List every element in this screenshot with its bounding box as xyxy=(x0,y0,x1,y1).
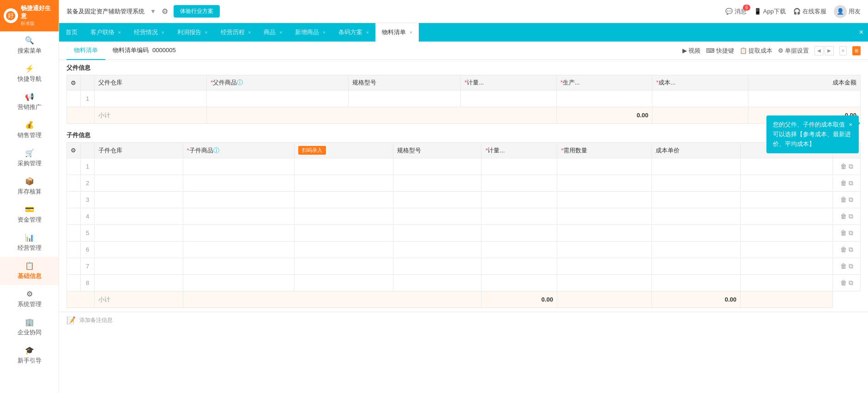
logo-icon: 好 xyxy=(4,8,18,23)
system-title: 装备及固定资产辅助管理系统 xyxy=(66,7,145,16)
expand-btn[interactable]: ⊞ xyxy=(852,46,861,55)
child-row1-warehouse[interactable] xyxy=(95,158,183,175)
app-download-action[interactable]: 📱 App下载 xyxy=(754,7,786,16)
child-row1-amount xyxy=(741,158,833,175)
sales-icon: 💰 xyxy=(25,121,34,129)
sidebar-item-operations[interactable]: 📊 经营管理 xyxy=(0,229,59,257)
child-row2-unit[interactable] xyxy=(482,175,557,192)
shortcut-action[interactable]: ⌨ 快捷键 xyxy=(706,47,734,55)
parent-row1-cost[interactable] xyxy=(652,91,748,107)
close-icon[interactable]: × xyxy=(162,30,164,35)
copy-icon[interactable]: ⧉ xyxy=(849,246,853,254)
child-row1-qty[interactable] xyxy=(557,158,652,175)
message-action[interactable]: 💬 消息 6 xyxy=(725,7,747,16)
next-arrow[interactable]: ▶ xyxy=(825,46,834,55)
parent-row1-unit[interactable] xyxy=(461,91,557,107)
child-row2-qty[interactable] xyxy=(557,175,652,192)
quicknav-icon: ⚡ xyxy=(25,64,34,73)
dropdown-arrow[interactable]: ▼ xyxy=(150,8,156,15)
child-row2-unit-cost[interactable] xyxy=(652,175,741,192)
sidebar-item-quicknav[interactable]: ⚡ 快捷导航 xyxy=(0,60,59,88)
guide-icon: 🎓 xyxy=(25,346,34,355)
copy-icon[interactable]: ⧉ xyxy=(849,279,853,287)
tab-operations[interactable]: 经营情况 × xyxy=(127,23,171,42)
video-action[interactable]: ▶ 视频 xyxy=(682,47,700,55)
tab-barcode[interactable]: 条码方案 × xyxy=(332,23,375,42)
copy-icon[interactable]: ⧉ xyxy=(849,229,853,237)
copy-icon[interactable]: ⧉ xyxy=(849,262,853,270)
tab-bom[interactable]: 物料清单 × xyxy=(375,23,419,42)
sidebar-item-purchase[interactable]: 🛒 采购管理 xyxy=(0,144,59,172)
delete-icon[interactable]: 🗑 xyxy=(840,246,847,254)
tab-product[interactable]: 商品 × xyxy=(257,23,289,42)
close-icon[interactable]: × xyxy=(205,30,208,35)
close-icon[interactable]: × xyxy=(410,30,412,35)
system-icon: ⚙ xyxy=(26,290,33,298)
sidebar-logo: 好 畅捷通好生意 标准版 xyxy=(0,0,59,31)
child-col-unit: *计量... xyxy=(482,143,557,158)
sidebar-item-guide[interactable]: 🎓 新手引导 xyxy=(0,341,59,369)
settings-icon[interactable]: ⚙ xyxy=(162,7,168,16)
delete-icon[interactable]: 🗑 xyxy=(840,212,847,220)
child-row-4: 4 🗑⧉ xyxy=(67,208,861,225)
child-row-8: 8 🗑⧉ xyxy=(67,275,861,291)
doc-settings-action[interactable]: ⚙ 单据设置 xyxy=(778,47,809,55)
copy-icon[interactable]: ⧉ xyxy=(849,212,853,220)
tab-profit[interactable]: 利润报告 × xyxy=(171,23,214,42)
child-col-scan[interactable]: 扫码录入 xyxy=(295,143,393,158)
sidebar-item-finance[interactable]: 💳 资金管理 xyxy=(0,200,59,229)
sidebar-item-enterprise[interactable]: 🏢 企业协同 xyxy=(0,313,59,341)
delete-icon[interactable]: 🗑 xyxy=(840,229,847,237)
parent-row1-produce[interactable] xyxy=(556,91,652,107)
tab-customer[interactable]: 客户联络 × xyxy=(84,23,127,42)
child-row2-product[interactable] xyxy=(183,175,295,192)
tab-new-product[interactable]: 新增商品 × xyxy=(289,23,332,42)
child-row1-product[interactable] xyxy=(183,158,295,175)
nav-close-all-button[interactable]: × xyxy=(855,28,868,36)
prev-arrow[interactable]: ◀ xyxy=(814,46,824,55)
copy-icon[interactable]: ⧉ xyxy=(849,179,853,187)
delete-icon[interactable]: 🗑 xyxy=(840,163,847,170)
child-col-settings[interactable]: ⚙ xyxy=(67,143,81,158)
parent-row1-warehouse[interactable] xyxy=(95,91,207,107)
user-action[interactable]: 👤 用友 xyxy=(834,5,861,18)
basic-info-icon: 📋 xyxy=(25,261,34,270)
close-icon[interactable]: × xyxy=(366,30,369,35)
child-row1-spec[interactable] xyxy=(393,158,482,175)
close-icon[interactable]: × xyxy=(279,30,282,35)
child-subtotal-amount: 0.00 xyxy=(652,291,741,308)
delete-icon[interactable]: 🗑 xyxy=(840,279,847,287)
parent-col-settings[interactable]: ⚙ xyxy=(67,75,81,91)
tab-home[interactable]: 首页 xyxy=(59,23,84,42)
sidebar-item-inventory[interactable]: 📦 库存核算 xyxy=(0,172,59,200)
trial-button[interactable]: 体验行业方案 xyxy=(174,5,220,18)
close-icon[interactable]: × xyxy=(323,30,326,35)
tooltip-close-button[interactable]: × xyxy=(849,120,852,130)
menu-btn[interactable]: ≡ xyxy=(839,46,847,55)
child-row1-unit[interactable] xyxy=(482,158,557,175)
close-icon[interactable]: × xyxy=(118,30,121,35)
parent-row1-spec[interactable] xyxy=(348,91,460,107)
copy-icon[interactable]: ⧉ xyxy=(849,163,853,170)
sidebar-item-sales[interactable]: 💰 销售管理 xyxy=(0,116,59,144)
close-icon[interactable]: × xyxy=(248,30,251,35)
sidebar-item-search[interactable]: 🔍 搜索菜单 xyxy=(0,31,59,60)
tab-history[interactable]: 经营历程 × xyxy=(214,23,258,42)
scan-button[interactable]: 扫码录入 xyxy=(298,146,326,155)
parent-section: 父件信息 ⚙ 父件仓库 *父件商品ⓘ 规格型号 *计量... *生产... *成… xyxy=(59,60,868,127)
child-row1-unit-cost[interactable] xyxy=(652,158,741,175)
parent-row1-product[interactable] xyxy=(207,91,349,107)
extract-cost-action[interactable]: 📋 提取成本 xyxy=(740,47,772,55)
child-row2-warehouse[interactable] xyxy=(95,175,183,192)
child-row2-spec[interactable] xyxy=(393,175,482,192)
copy-icon[interactable]: ⧉ xyxy=(849,196,853,204)
online-service-action[interactable]: 🎧 在线客服 xyxy=(793,7,826,16)
delete-icon[interactable]: 🗑 xyxy=(840,196,847,204)
child-row1-scan xyxy=(295,158,393,175)
sidebar-item-basic-info[interactable]: 📋 基础信息 xyxy=(0,257,59,285)
delete-icon[interactable]: 🗑 xyxy=(840,262,847,270)
sidebar-item-system[interactable]: ⚙ 系统管理 xyxy=(0,285,59,313)
sidebar-item-marketing[interactable]: 📢 营销推广 xyxy=(0,88,59,116)
delete-icon[interactable]: 🗑 xyxy=(840,179,847,187)
sub-tab-bom-list[interactable]: 物料清单 xyxy=(66,42,105,60)
